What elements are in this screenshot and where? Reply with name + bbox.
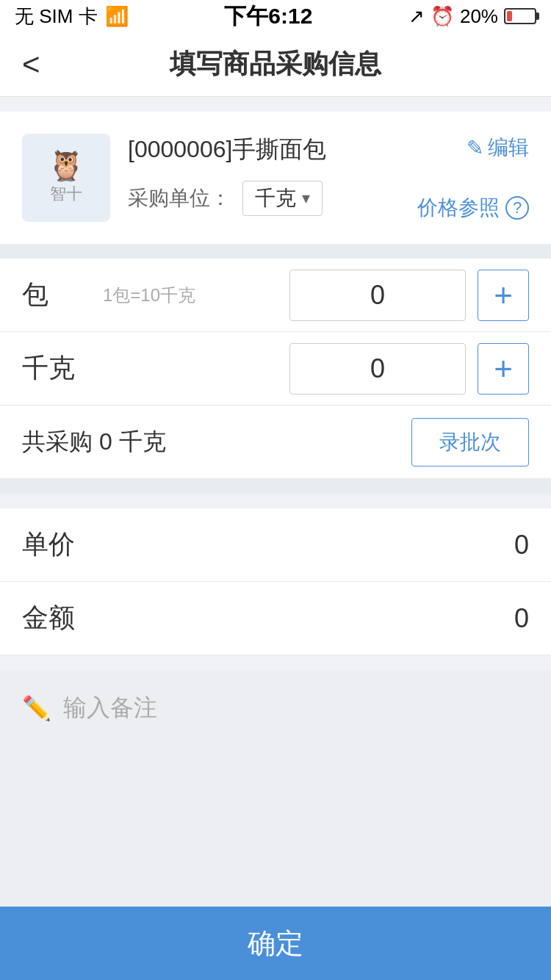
kg-input-row: 千克 0 + [0, 332, 551, 406]
location-icon: ↗ [408, 5, 425, 28]
product-img-owl: 🦉 [48, 151, 84, 180]
confirm-label: 确定 [248, 925, 303, 962]
section-divider-2 [0, 479, 551, 494]
edit-label: 编辑 [488, 134, 529, 162]
back-button[interactable]: < [22, 47, 40, 82]
status-time: 下午6:12 [224, 1, 312, 32]
unit-price-row: 单价 0 [0, 508, 551, 582]
bao-input-field: 0 + [289, 270, 529, 321]
status-bar: 无 SIM 卡 📶 下午6:12 ↗ ⏰ 20% [0, 0, 551, 32]
wifi-icon: 📶 [105, 5, 129, 28]
alarm-icon: ⏰ [431, 5, 454, 28]
carrier-label: 无 SIM 卡 [15, 4, 98, 29]
kg-label: 千克 [22, 350, 96, 386]
battery-indicator [504, 8, 536, 24]
status-right: ↗ ⏰ 20% [408, 5, 536, 28]
unit-price-label: 单价 [22, 527, 75, 563]
unit-dropdown[interactable]: 千克 ▾ [242, 181, 323, 216]
battery-percent: 20% [460, 5, 498, 28]
bao-sublabel: 1包=10千克 [103, 284, 289, 307]
page-title: 填写商品采购信息 [170, 46, 381, 82]
kg-plus-button[interactable]: + [478, 343, 529, 394]
total-label: 共采购 0 千克 [22, 426, 166, 458]
product-card: 🦉 智十 [0000006]手撕面包 采购单位： 千克 ▾ ✎ 编辑 价格参照 … [0, 112, 551, 244]
product-img-label: 智十 [50, 183, 82, 205]
unit-value: 千克 [255, 184, 296, 212]
unit-label: 采购单位： [128, 184, 231, 212]
edit-icon: ✎ [467, 136, 483, 160]
bao-input-row: 包 1包=10千克 0 + [0, 259, 551, 332]
chevron-down-icon: ▾ [302, 189, 310, 208]
help-icon[interactable]: ? [505, 196, 529, 220]
bao-plus-button[interactable]: + [478, 270, 529, 321]
unit-price-value: 0 [514, 530, 529, 561]
note-section[interactable]: ✏️ 输入备注 [0, 670, 551, 746]
pencil-icon: ✏️ [22, 694, 51, 722]
note-placeholder: 输入备注 [63, 692, 157, 724]
batch-button[interactable]: 录批次 [411, 418, 529, 466]
kg-input-field: 0 + [289, 343, 529, 394]
confirm-button[interactable]: 确定 [0, 907, 551, 980]
price-ref-button[interactable]: 价格参照 ? [417, 194, 529, 222]
bao-number-input[interactable]: 0 [289, 270, 466, 321]
total-row: 共采购 0 千克 录批次 [0, 406, 551, 479]
price-section: 单价 0 金额 0 [0, 508, 551, 655]
price-ref-label: 价格参照 [417, 194, 500, 222]
product-image: 🦉 智十 [22, 134, 110, 222]
edit-button[interactable]: ✎ 编辑 [467, 134, 529, 162]
amount-row: 金额 0 [0, 582, 551, 655]
status-left: 无 SIM 卡 📶 [15, 4, 129, 29]
amount-label: 金额 [22, 600, 75, 636]
bao-label: 包 [22, 277, 96, 313]
nav-bar: < 填写商品采购信息 [0, 32, 551, 97]
amount-value: 0 [514, 603, 529, 634]
section-divider-1 [0, 244, 551, 259]
quantity-input-section: 包 1包=10千克 0 + 千克 0 + [0, 259, 551, 406]
kg-number-input[interactable]: 0 [289, 343, 466, 394]
